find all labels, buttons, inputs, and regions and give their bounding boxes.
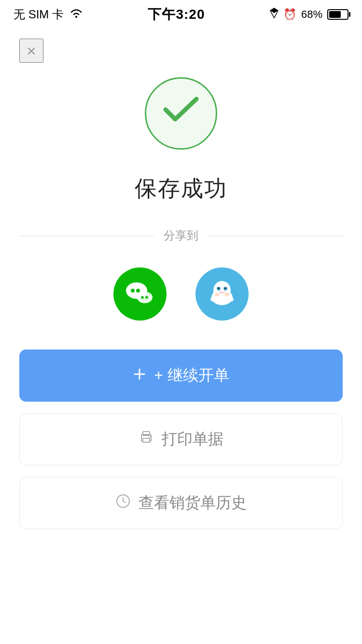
svg-point-15 [219,287,220,288]
print-button[interactable]: 打印单据 [19,413,343,465]
continue-order-button[interactable]: + 继续开单 [19,350,343,402]
svg-rect-21 [143,438,150,442]
status-right: ⏰ 68% [270,8,348,21]
svg-point-22 [150,436,151,438]
main-content: × 保存成功 分享到 [0,29,362,558]
success-title: 保存成功 [135,174,227,204]
continue-order-label: + 继续开单 [154,365,229,386]
svg-point-17 [215,293,220,296]
svg-point-9 [210,297,217,302]
svg-point-2 [131,289,135,293]
no-sim-text: 无 SIM 卡 [14,7,64,22]
svg-point-0 [75,16,77,18]
history-label: 查看销货单历史 [139,492,247,514]
print-icon [139,430,154,449]
wechat-share-button[interactable] [113,267,167,321]
status-time: 下午3:20 [148,5,205,24]
battery-fill [329,11,341,18]
svg-point-5 [141,296,144,299]
success-circle [145,77,217,150]
share-label: 分享到 [154,228,208,243]
checkmark-icon [162,93,200,132]
status-left: 无 SIM 卡 [14,7,83,22]
action-buttons: + 继续开单 打印单据 查看销货单历史 [19,350,343,529]
share-section: 分享到 [19,228,343,321]
alarm-icon: ⏰ [283,8,296,21]
divider-right [208,236,343,236]
print-label: 打印单据 [162,429,223,450]
svg-point-3 [136,289,140,293]
svg-point-18 [224,293,229,296]
close-button[interactable]: × [19,39,43,63]
svg-point-16 [225,287,226,288]
wifi-icon [70,8,83,21]
success-section: 保存成功 [19,39,343,204]
qq-icon [208,277,237,311]
divider-left [19,236,154,236]
svg-point-6 [145,296,148,299]
wechat-icon [125,280,156,308]
battery-icon-container [327,9,348,20]
battery-icon [327,9,348,20]
svg-point-10 [227,297,234,302]
plus-icon [133,367,146,385]
battery-percent: 68% [301,8,322,21]
close-icon: × [27,42,36,59]
history-icon [115,493,131,513]
svg-point-4 [137,292,153,303]
share-icons [19,267,343,321]
location-icon [270,8,278,21]
qq-share-button[interactable] [195,267,249,321]
share-divider: 分享到 [19,228,343,243]
history-button[interactable]: 查看销货单历史 [19,477,343,529]
status-bar: 无 SIM 卡 下午3:20 ⏰ 68% [0,0,362,29]
